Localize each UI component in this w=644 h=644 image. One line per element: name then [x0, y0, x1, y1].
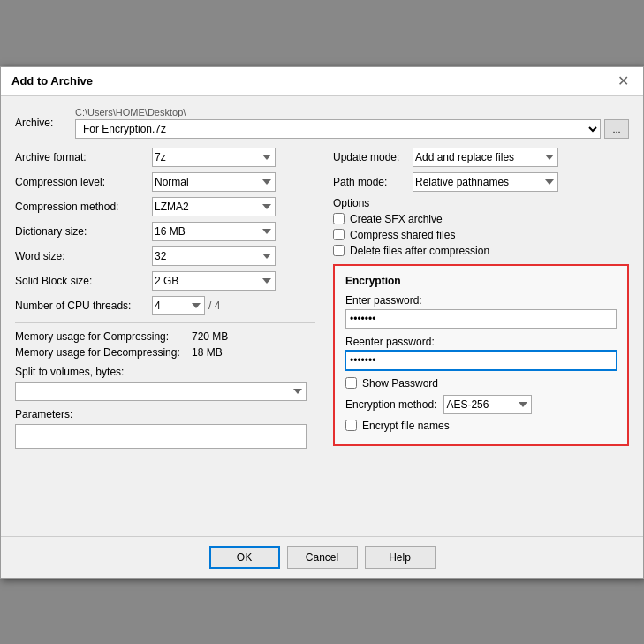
memory-compressing-label: Memory usage for Compressing:: [15, 330, 192, 343]
show-password-checkbox[interactable]: [345, 377, 357, 389]
options-title: Options: [333, 197, 629, 209]
help-button[interactable]: Help: [365, 546, 436, 569]
main-content: Archive format: 7z Compression level: No…: [15, 148, 629, 449]
encryption-box: Encryption Enter password: Reenter passw…: [333, 264, 629, 446]
delete-after-checkbox[interactable]: [333, 245, 345, 256]
cpu-threads-row: Number of CPU threads: 4 / 4: [15, 296, 315, 315]
split-input[interactable]: [15, 382, 307, 401]
delete-after-row: Delete files after compression: [333, 245, 629, 257]
params-label: Parameters:: [15, 408, 315, 420]
options-section: Options Create SFX archive Compress shar…: [333, 197, 629, 257]
split-section: Split to volumes, bytes:: [15, 366, 315, 401]
encryption-method-row: Encryption method: AES-256: [345, 395, 617, 414]
memory-decompressing-value: 18 MB: [192, 346, 223, 359]
enter-password-label: Enter password:: [345, 294, 617, 307]
params-section: Parameters:: [15, 408, 315, 449]
memory-decompressing-label: Memory usage for Decompressing:: [15, 346, 192, 359]
encrypt-names-label: Encrypt file names: [362, 420, 450, 432]
memory-decompressing-row: Memory usage for Decompressing: 18 MB: [15, 346, 315, 359]
cpu-row: 4 / 4: [152, 296, 220, 315]
archive-row: Archive: C:\Users\HOME\Desktop\ For Encr…: [15, 107, 629, 139]
show-password-label: Show Password: [362, 377, 438, 390]
compress-shared-label: Compress shared files: [350, 229, 455, 241]
dialog-footer: OK Cancel Help: [1, 536, 643, 578]
compress-shared-checkbox[interactable]: [333, 229, 345, 240]
solid-block-size-label: Solid Block size:: [15, 275, 152, 287]
word-size-select[interactable]: 32: [152, 246, 276, 266]
params-input[interactable]: [15, 424, 307, 449]
update-mode-label: Update mode:: [333, 151, 413, 163]
compression-level-select[interactable]: Normal: [152, 172, 276, 192]
archive-label: Archive:: [15, 117, 68, 129]
dictionary-size-label: Dictionary size:: [15, 225, 152, 238]
enter-password-input[interactable]: [345, 309, 617, 329]
solid-block-size-row: Solid Block size: 2 GB: [15, 271, 315, 291]
compression-method-label: Compression method:: [15, 201, 152, 213]
archive-filename-select[interactable]: For Encryption.7z: [75, 119, 601, 139]
show-password-row: Show Password: [345, 377, 617, 390]
compression-level-row: Compression level: Normal: [15, 172, 315, 192]
memory-compressing-value: 720 MB: [192, 330, 228, 343]
encryption-method-select[interactable]: AES-256: [443, 395, 532, 414]
update-mode-select[interactable]: Add and replace files: [413, 148, 558, 167]
cpu-total: / 4: [208, 299, 220, 312]
update-mode-row: Update mode: Add and replace files: [333, 148, 629, 167]
encrypt-names-row: Encrypt file names: [345, 420, 617, 432]
memory-compressing-row: Memory usage for Compressing: 720 MB: [15, 330, 315, 343]
archive-format-row: Archive format: 7z: [15, 148, 315, 167]
add-to-archive-dialog: Add to Archive ✕ Archive: C:\Users\HOME\…: [0, 66, 644, 579]
encrypt-names-checkbox[interactable]: [345, 420, 357, 431]
cpu-threads-label: Number of CPU threads:: [15, 299, 152, 312]
word-size-label: Word size:: [15, 250, 152, 262]
archive-format-label: Archive format:: [15, 151, 152, 163]
archive-path-hint: C:\Users\HOME\Desktop\: [75, 107, 601, 117]
archive-path-container: C:\Users\HOME\Desktop\ For Encryption.7z…: [75, 107, 629, 139]
memory-section: Memory usage for Compressing: 720 MB Mem…: [15, 330, 315, 359]
create-sfx-label: Create SFX archive: [350, 213, 443, 225]
encryption-method-label: Encryption method:: [345, 398, 436, 411]
dialog-body: Archive: C:\Users\HOME\Desktop\ For Encr…: [1, 96, 643, 536]
create-sfx-checkbox[interactable]: [333, 213, 345, 224]
path-mode-row: Path mode: Relative pathnames: [333, 172, 629, 192]
archive-format-select[interactable]: 7z: [152, 148, 276, 167]
encryption-title: Encryption: [345, 275, 617, 287]
cancel-button[interactable]: Cancel: [287, 546, 358, 569]
reenter-password-label: Reenter password:: [345, 336, 617, 348]
dialog-title: Add to Archive: [11, 74, 93, 87]
dictionary-size-row: Dictionary size: 16 MB: [15, 222, 315, 241]
left-panel: Archive format: 7z Compression level: No…: [15, 148, 315, 449]
create-sfx-row: Create SFX archive: [333, 213, 629, 225]
word-size-row: Word size: 32: [15, 246, 315, 266]
title-bar: Add to Archive ✕: [1, 67, 643, 96]
dictionary-size-select[interactable]: 16 MB: [152, 222, 276, 241]
cpu-threads-select[interactable]: 4: [152, 296, 205, 315]
reenter-password-input[interactable]: [345, 351, 617, 370]
split-label: Split to volumes, bytes:: [15, 366, 315, 378]
archive-path-inner: C:\Users\HOME\Desktop\ For Encryption.7z: [75, 107, 601, 139]
browse-button[interactable]: ...: [604, 119, 629, 139]
compression-method-row: Compression method: LZMA2: [15, 197, 315, 216]
right-panel: Update mode: Add and replace files Path …: [333, 148, 629, 449]
compression-level-label: Compression level:: [15, 176, 152, 188]
path-mode-select[interactable]: Relative pathnames: [413, 172, 558, 192]
compression-method-select[interactable]: LZMA2: [152, 197, 276, 216]
ok-button[interactable]: OK: [209, 546, 280, 569]
path-mode-label: Path mode:: [333, 176, 413, 188]
compress-shared-row: Compress shared files: [333, 229, 629, 241]
delete-after-label: Delete files after compression: [350, 245, 489, 257]
solid-block-size-select[interactable]: 2 GB: [152, 271, 276, 291]
close-button[interactable]: ✕: [614, 74, 633, 88]
